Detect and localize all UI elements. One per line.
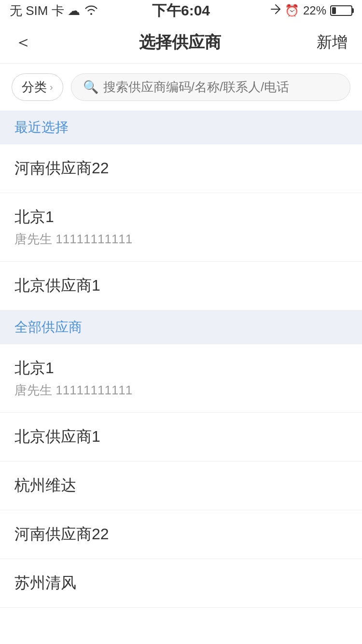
location-icon <box>270 4 281 17</box>
list-item[interactable]: 河南供应商22 <box>0 144 362 193</box>
list-item[interactable]: 苏州清风 <box>0 559 362 608</box>
search-box[interactable]: 🔍 <box>71 73 350 101</box>
search-input[interactable] <box>103 80 338 95</box>
add-button[interactable]: 新增 <box>317 32 348 53</box>
nav-bar: ＜ 选择供应商 新增 <box>0 21 362 64</box>
list-item[interactable]: 北京1 唐先生 11111111111 <box>0 193 362 262</box>
filter-bar: 分类 › 🔍 <box>0 64 362 111</box>
supplier-sub: 唐先生 11111111111 <box>14 382 348 399</box>
battery-text: 22% <box>303 4 326 17</box>
supplier-name: 北京1 <box>14 358 348 379</box>
status-right: ⏰ 22% <box>270 4 352 17</box>
list-item[interactable]: 北京供应商1 <box>0 262 362 310</box>
supplier-name: 河南供应商22 <box>14 158 348 179</box>
recent-section-header: 最近选择 <box>0 111 362 144</box>
supplier-name: 北京供应商1 <box>14 275 348 296</box>
wifi-icon <box>84 3 98 18</box>
alarm-icon: ⏰ <box>285 4 299 17</box>
page-title: 选择供应商 <box>139 31 221 54</box>
all-section-header: 全部供应商 <box>0 310 362 344</box>
list-item[interactable]: 北京1 唐先生 11111111111 <box>0 344 362 413</box>
category-label: 分类 <box>22 79 47 96</box>
recent-section: 最近选择 河南供应商22 北京1 唐先生 11111111111 北京供应商1 <box>0 111 362 310</box>
back-button[interactable]: ＜ <box>14 30 43 54</box>
battery-icon <box>330 5 352 16</box>
supplier-name: 北京1 <box>14 207 348 228</box>
chevron-right-icon: › <box>50 82 53 93</box>
status-left: 无 SIM 卡 ☁ <box>10 2 98 19</box>
list-item[interactable]: 杭州维达 <box>0 462 362 510</box>
supplier-name: 苏州清风 <box>14 573 348 594</box>
status-bar: 无 SIM 卡 ☁ 下午6:04 ⏰ 22% <box>0 0 362 21</box>
status-time: 下午6:04 <box>152 1 210 21</box>
supplier-sub: 唐先生 11111111111 <box>14 231 348 248</box>
all-suppliers-section: 全部供应商 北京1 唐先生 11111111111 北京供应商1 杭州维达 河南… <box>0 310 362 608</box>
list-item[interactable]: 河南供应商22 <box>0 510 362 559</box>
sim-status: 无 SIM 卡 ☁ <box>10 2 80 19</box>
category-button[interactable]: 分类 › <box>12 73 63 101</box>
list-item[interactable]: 北京供应商1 <box>0 413 362 462</box>
supplier-name: 杭州维达 <box>14 475 348 496</box>
supplier-name: 河南供应商22 <box>14 524 348 545</box>
supplier-name: 北京供应商1 <box>14 426 348 448</box>
search-icon: 🔍 <box>83 80 98 95</box>
